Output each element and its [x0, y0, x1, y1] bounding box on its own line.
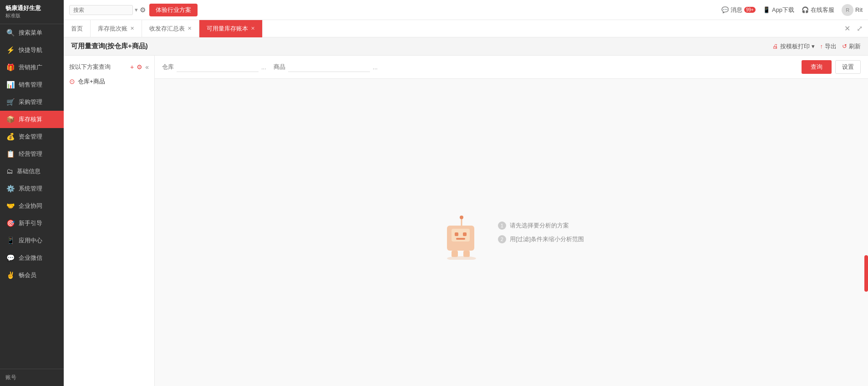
sidebar-item-label-newbie: 新手引导	[19, 219, 42, 227]
warehouse-field: 仓库 ...	[162, 62, 266, 72]
filter-add-icon[interactable]: +	[130, 63, 134, 71]
svg-rect-3	[463, 232, 467, 236]
topbar-search-wrap: ▾ ⚙	[69, 5, 146, 15]
avatar: R	[842, 4, 853, 16]
refresh-label: 刷新	[849, 42, 861, 51]
inventory-icon: 📦	[6, 115, 15, 124]
filter-item-warehouse-goods[interactable]: ⊙ 仓库+商品	[64, 74, 154, 89]
page-header: 可用量查询(按仓库+商品) 🖨 按模板打印 ▾ ↑ 导出 ↺ 刷新	[64, 37, 868, 56]
empty-state: 1 请先选择要分析的方案 2 用[过滤]条件来缩小分析范围	[155, 79, 868, 386]
setting-button[interactable]: 设置	[835, 60, 861, 74]
app-download-label: App下载	[772, 6, 794, 14]
export-icon: ↑	[820, 43, 823, 50]
sidebar-item-label-inventory: 库存核算	[19, 115, 42, 124]
message-label: 消息	[731, 6, 742, 14]
finance-icon: 💰	[6, 133, 15, 141]
online-service-button[interactable]: 🎧 在线客服	[802, 6, 834, 14]
empty-illustration	[439, 210, 484, 255]
sidebar-item-label-enterprise: 企业协同	[19, 202, 42, 210]
trial-industry-button[interactable]: 体验行业方案	[149, 4, 198, 16]
sidebar-item-purchase[interactable]: 🛒 采购管理	[0, 93, 64, 111]
purchase-icon: 🛒	[6, 98, 15, 106]
page-header-actions: 🖨 按模板打印 ▾ ↑ 导出 ↺ 刷新	[772, 42, 861, 51]
tabs-bar: 首页 库存批次账 ✕ 收发存汇总表 ✕ 可用量库存账本 ✕ ✕ ⤢	[64, 20, 868, 37]
sidebar-item-marketing[interactable]: 🎁 营销推广	[0, 59, 64, 76]
page-title: 可用量查询(按仓库+商品)	[71, 42, 148, 51]
sidebar-item-shortcut[interactable]: ⚡ 快捷导航	[0, 41, 64, 59]
sidebar-item-member[interactable]: ✌ 畅会员	[0, 267, 64, 284]
filter-collapse-icon[interactable]: «	[145, 63, 149, 71]
filter-panel-actions: + ⚙ «	[130, 63, 149, 71]
hint-2-label: 用[过滤]条件来缩小分析范围	[510, 235, 584, 243]
filter-settings-icon[interactable]: ⚙	[137, 63, 142, 71]
goods-input[interactable]	[288, 62, 370, 72]
export-button[interactable]: ↑ 导出	[820, 42, 837, 51]
tab-available-ledger[interactable]: 可用量库存账本 ✕	[199, 20, 263, 37]
tab-home[interactable]: 首页	[64, 20, 91, 37]
goods-more-icon[interactable]: ...	[373, 64, 378, 71]
sidebar-item-appcenter[interactable]: 📱 应用中心	[0, 232, 64, 249]
empty-text: 1 请先选择要分析的方案 2 用[过滤]条件来缩小分析范围	[498, 221, 584, 243]
sidebar-item-base[interactable]: 🗂 基础信息	[0, 163, 64, 180]
sidebar-bottom: 账号	[0, 369, 64, 386]
app-name: 畅康通好生意	[5, 5, 58, 12]
query-button[interactable]: 查询	[802, 60, 832, 74]
sidebar-item-label-shortcut: 快捷导航	[19, 46, 42, 54]
print-icon: 🖨	[772, 43, 778, 50]
sidebar-item-label-appcenter: 应用中心	[19, 237, 42, 245]
filter-panel-title: 按以下方案查询	[69, 63, 111, 71]
sidebar-item-finance[interactable]: 💰 资金管理	[0, 128, 64, 145]
tab-batch-ledger[interactable]: 库存批次账 ✕	[91, 20, 142, 37]
tab-close-button[interactable]: ✕	[843, 23, 852, 34]
sales-icon: 📊	[6, 81, 15, 89]
sidebar-item-label-search: 搜索菜单	[19, 29, 42, 37]
sidebar-item-sales[interactable]: 📊 销售管理	[0, 76, 64, 93]
tab-available-ledger-label: 可用量库存账本	[207, 25, 248, 33]
goods-label: 商品	[274, 63, 285, 71]
warehouse-more-icon[interactable]: ...	[261, 64, 266, 71]
base-icon: 🗂	[6, 167, 13, 175]
tab-available-ledger-close-icon[interactable]: ✕	[251, 26, 255, 31]
sidebar-item-operation[interactable]: 📋 经营管理	[0, 145, 64, 163]
sidebar: 畅康通好生意 标准版 🔍 搜索菜单 ⚡ 快捷导航 🎁 营销推广 📊 销售管理 🛒…	[0, 0, 64, 386]
svg-rect-7	[452, 251, 458, 257]
sidebar-item-system[interactable]: ⚙️ 系统管理	[0, 180, 64, 197]
warehouse-input[interactable]	[177, 62, 259, 72]
enterprise-icon: 🤝	[6, 202, 15, 210]
app-download-button[interactable]: 📱 App下载	[763, 6, 794, 14]
message-button[interactable]: 💬 消息 99+	[721, 6, 756, 14]
member-icon: ✌	[6, 271, 15, 279]
sidebar-item-enterprise[interactable]: 🤝 企业协同	[0, 197, 64, 215]
sidebar-item-search[interactable]: 🔍 搜索菜单	[0, 24, 64, 41]
svg-rect-2	[455, 232, 458, 236]
headset-icon: 🎧	[802, 6, 809, 13]
search-gear-icon[interactable]: ⚙	[140, 6, 146, 14]
sidebar-item-newbie[interactable]: 🎯 新手引导	[0, 215, 64, 232]
refresh-button[interactable]: ↺ 刷新	[842, 42, 861, 51]
sidebar-item-label-purchase: 采购管理	[19, 98, 42, 106]
search-icon: 🔍	[6, 29, 15, 37]
main-area: ▾ ⚙ 体验行业方案 💬 消息 99+ 📱 App下载 🎧 在线客服 R Rit	[64, 0, 868, 386]
goods-field: 商品 ...	[274, 62, 378, 72]
print-label: 按模板打印	[780, 42, 810, 51]
tab-receipt-summary-label: 收发存汇总表	[149, 25, 185, 33]
tab-batch-ledger-close-icon[interactable]: ✕	[130, 26, 134, 31]
message-badge: 99+	[744, 7, 756, 13]
user-profile-button[interactable]: R Rit	[842, 4, 863, 16]
sidebar-item-label-wechat: 企业微信	[19, 254, 42, 262]
print-template-button[interactable]: 🖨 按模板打印 ▾	[772, 42, 815, 51]
search-chevron-icon[interactable]: ▾	[135, 6, 138, 13]
right-scrollbar[interactable]	[864, 255, 868, 292]
empty-hint-2: 2 用[过滤]条件来缩小分析范围	[498, 235, 584, 243]
hint-1-label: 请先选择要分析的方案	[510, 221, 569, 230]
tab-receipt-summary-close-icon[interactable]: ✕	[188, 26, 192, 31]
sidebar-item-wechat[interactable]: 💬 企业微信	[0, 249, 64, 267]
appcenter-icon: 📱	[6, 237, 15, 245]
tab-batch-ledger-label: 库存批次账	[98, 25, 127, 33]
tab-receipt-summary[interactable]: 收发存汇总表 ✕	[142, 20, 199, 37]
search-input[interactable]	[69, 5, 133, 15]
tab-maximize-button[interactable]: ⤢	[855, 23, 864, 34]
topbar: ▾ ⚙ 体验行业方案 💬 消息 99+ 📱 App下载 🎧 在线客服 R Rit	[64, 0, 868, 20]
online-service-label: 在线客服	[811, 6, 834, 14]
sidebar-item-inventory[interactable]: 📦 库存核算	[0, 111, 64, 128]
